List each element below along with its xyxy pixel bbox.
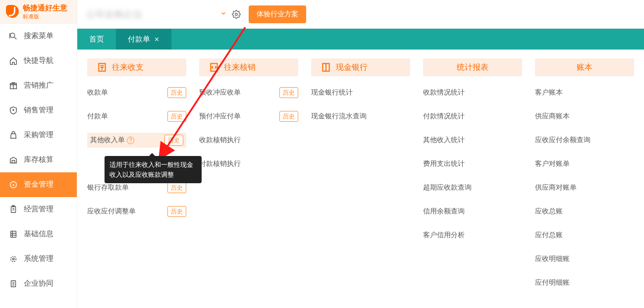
menu-item-label: 应付总账 (535, 231, 563, 240)
gear-icon (9, 255, 18, 263)
menu-item[interactable]: 客户信用分析 (423, 228, 522, 243)
menu-item[interactable]: 应付明细账 (535, 275, 634, 290)
history-tag[interactable]: 历史 (167, 206, 186, 217)
section-title: 账本 (577, 62, 592, 73)
sidebar-item-db[interactable]: 基础信息 (0, 222, 77, 247)
sidebar-item-money[interactable]: ¥资金管理 (0, 172, 77, 197)
menu-item[interactable]: 其他收入统计 (423, 133, 522, 148)
menu-item[interactable]: 费用支出统计 (423, 156, 522, 171)
menu-item[interactable]: 付款单历史 (87, 109, 186, 124)
menu-item-label: 应收总账 (535, 207, 563, 216)
menu-item[interactable]: 其他收入单?历史 (87, 133, 186, 148)
svg-rect-13 (11, 231, 16, 237)
main-area: 公司名称占位 体验行业方案 首页 付款单 ✕ ¥往来收支收款单历史付款单历史其他… (77, 0, 644, 308)
menu-item-label: 客户信用分析 (423, 231, 465, 240)
sidebar-item-label: 搜索菜单 (24, 31, 54, 41)
tab-active[interactable]: 付款单 ✕ (116, 29, 171, 50)
menu-item[interactable]: 收款核销执行 (199, 133, 298, 148)
svg-point-5 (13, 109, 14, 110)
section-header: 往来核销 (199, 58, 298, 76)
svg-text:¥: ¥ (101, 67, 104, 71)
menu-item[interactable]: 付款核销执行 (199, 156, 298, 171)
tab-home[interactable]: 首页 (77, 29, 116, 50)
menu-item[interactable]: 应收明细账 (535, 252, 634, 266)
sidebar-item-gift[interactable]: 营销推广 (0, 73, 77, 98)
menu-item[interactable]: 现金银行统计 (311, 85, 410, 100)
brand-logo-icon (6, 5, 19, 18)
tab-home-label: 首页 (89, 35, 104, 44)
menu-item-label: 收款单 (87, 88, 108, 97)
history-tag[interactable]: 历史 (167, 182, 186, 193)
help-tooltip: 适用于往来收入和一般性现金收入以及应收账款调整 (105, 156, 202, 183)
gear-icon[interactable] (232, 10, 241, 19)
section-header: 统计报表 (423, 58, 522, 76)
sidebar-item-label: 资金管理 (24, 180, 54, 189)
brand-subtitle: 标准版 (23, 13, 67, 19)
menu-item[interactable]: 应收总账 (535, 204, 634, 219)
close-icon[interactable]: ✕ (154, 36, 160, 43)
tab-bar: 首页 付款单 ✕ (77, 29, 644, 50)
menu-item[interactable]: 应付总账 (535, 228, 634, 243)
menu-item[interactable]: 应收应付余额查询 (535, 133, 634, 148)
menu-item[interactable]: 客户账本 (535, 85, 634, 100)
cta-button[interactable]: 体验行业方案 (249, 5, 306, 23)
sidebar-item-bag[interactable]: 采购管理 (0, 123, 77, 148)
menu-item[interactable]: 应收应付调整单历史 (87, 204, 186, 219)
menu-item[interactable]: 现金银行流水查询 (311, 109, 410, 124)
history-tag[interactable]: 历史 (167, 111, 186, 122)
sidebar-item-gear[interactable]: 系统管理 (0, 247, 77, 271)
menu-item[interactable]: 收款单历史 (87, 85, 186, 100)
svg-point-18 (12, 258, 14, 260)
money-icon: ¥ (9, 180, 18, 189)
company-selector[interactable]: 公司名称占位 (86, 8, 215, 20)
sidebar-item-doc[interactable]: 企业协同 (0, 271, 77, 296)
menu-item[interactable]: 预收冲应收单历史 (199, 85, 298, 100)
section-title: 现金银行 (336, 62, 368, 73)
sidebar-item-shield[interactable]: 销售管理 (0, 98, 77, 123)
history-tag[interactable]: 历史 (279, 111, 298, 122)
sidebar-item-label: 销售管理 (24, 105, 54, 115)
sidebar-item-label: 库存核算 (24, 155, 54, 164)
history-tag[interactable]: 历史 (279, 87, 298, 98)
section-column: 现金银行现金银行统计现金银行流水查询 (311, 58, 410, 124)
menu-item-label: 信用余额查询 (423, 207, 465, 216)
menu-item[interactable]: 收款情况统计 (423, 85, 522, 100)
sidebar-item-label: 营销推广 (24, 81, 54, 90)
svg-rect-6 (12, 160, 14, 162)
sidebar-item-search[interactable]: 搜索菜单 (0, 24, 77, 49)
history-tag[interactable]: 历史 (164, 135, 183, 146)
menu-item[interactable]: 预付冲应付单历史 (199, 109, 298, 124)
doc-icon (9, 279, 18, 288)
menu-item[interactable]: 供应商账本 (535, 109, 634, 124)
menu-item-label: 预付冲应付单 (199, 112, 241, 121)
help-icon[interactable]: ? (127, 137, 134, 144)
sidebar-item-home[interactable]: 快捷导航 (0, 49, 77, 73)
sidebar-item-warehouse[interactable]: 库存核算 (0, 148, 77, 172)
menu-item[interactable]: 客户对账单 (535, 156, 634, 171)
menu-item-label: 超期应收款查询 (423, 183, 472, 192)
sidebar-item-clipboard[interactable]: 经营管理 (0, 197, 77, 222)
menu-item[interactable]: 付款情况统计 (423, 109, 522, 124)
history-tag[interactable]: 历史 (167, 87, 186, 98)
svg-rect-9 (11, 206, 16, 212)
brand-header: 畅捷通好生意 标准版 (0, 0, 77, 24)
menu-item[interactable]: 信用余额查询 (423, 204, 522, 219)
menu-item-label: 应收明细账 (535, 255, 570, 263)
chevron-down-icon[interactable] (220, 10, 227, 18)
home-icon (9, 56, 18, 65)
menu-item-label: 客户对账单 (535, 159, 570, 168)
svg-line-1 (14, 37, 17, 39)
section-items: 收款单历史付款单历史其他收入单?历史费用支出单历史银行存取款单历史应收应付调整单… (87, 85, 186, 219)
bag-icon (9, 131, 18, 140)
warehouse-icon (9, 155, 18, 164)
menu-item-label: 应付明细账 (535, 278, 570, 287)
sidebar: 畅捷通好生意 标准版 搜索菜单快捷导航营销推广销售管理采购管理库存核算¥资金管理… (0, 0, 77, 308)
section-items: 现金银行统计现金银行流水查询 (311, 85, 410, 124)
section-items: 客户账本供应商账本应收应付余额查询客户对账单供应商对账单应收总账应付总账应收明细… (535, 85, 634, 290)
section-title: 往来核销 (224, 62, 256, 73)
menu-item-label: 预收冲应收单 (199, 88, 241, 97)
menu-item[interactable]: 供应商对账单 (535, 180, 634, 195)
section-title: 往来收支 (112, 62, 144, 73)
section-column: 账本客户账本供应商账本应收应付余额查询客户对账单供应商对账单应收总账应付总账应收… (535, 58, 634, 290)
menu-item[interactable]: 超期应收款查询 (423, 180, 522, 195)
